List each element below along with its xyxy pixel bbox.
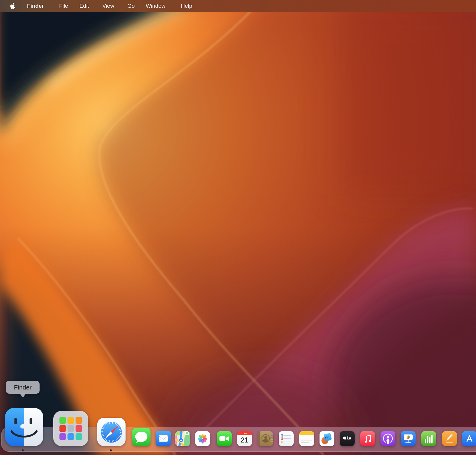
menu-item-finder[interactable]: Finder bbox=[27, 0, 44, 12]
tv-label: tv bbox=[347, 435, 351, 440]
dock-item-mail[interactable] bbox=[156, 431, 171, 446]
apple-tv-icon: tv bbox=[340, 431, 355, 446]
messages-icon bbox=[132, 428, 151, 446]
dock-item-launchpad[interactable] bbox=[53, 411, 88, 446]
maps-icon bbox=[175, 431, 190, 446]
photos-icon bbox=[195, 431, 210, 446]
finder-icon bbox=[5, 408, 43, 446]
dock-item-calendar[interactable]: JAN 21 bbox=[237, 431, 252, 446]
dock-tooltip-label: Finder bbox=[14, 384, 32, 391]
keynote-icon bbox=[401, 431, 416, 446]
dock-item-notes[interactable] bbox=[299, 431, 314, 446]
facetime-icon bbox=[217, 431, 232, 446]
dock-item-freeform[interactable] bbox=[320, 431, 334, 446]
numbers-icon bbox=[421, 431, 436, 446]
menu-item-go[interactable]: Go bbox=[127, 0, 135, 12]
dock-item-numbers[interactable] bbox=[421, 431, 436, 446]
launchpad-icon bbox=[53, 411, 88, 446]
tooltip-tail bbox=[20, 393, 26, 398]
music-icon bbox=[360, 431, 375, 446]
apple-menu[interactable] bbox=[10, 0, 15, 12]
menu-bar: Finder File Edit View Go Window Help bbox=[0, 0, 476, 12]
safari-icon bbox=[97, 418, 126, 446]
contacts-icon bbox=[258, 431, 273, 446]
calendar-day-label: 21 bbox=[241, 436, 249, 444]
pages-icon bbox=[442, 431, 457, 446]
calendar-icon: JAN 21 bbox=[237, 431, 252, 446]
running-indicator-safari bbox=[110, 449, 112, 451]
dock-item-podcasts[interactable] bbox=[381, 431, 395, 446]
dock-item-pages[interactable] bbox=[442, 431, 457, 446]
podcasts-icon bbox=[381, 431, 395, 446]
dock-tooltip: Finder bbox=[6, 381, 40, 394]
running-indicator-finder bbox=[22, 449, 24, 451]
notes-icon bbox=[299, 431, 314, 446]
dock-item-reminders[interactable] bbox=[279, 431, 294, 446]
menu-item-edit[interactable]: Edit bbox=[79, 0, 89, 12]
dock-item-maps[interactable] bbox=[175, 431, 190, 446]
dock-item-messages[interactable] bbox=[132, 428, 151, 446]
dock-item-safari[interactable] bbox=[97, 418, 126, 446]
dock-item-finder[interactable] bbox=[5, 408, 43, 446]
menu-item-file[interactable]: File bbox=[59, 0, 68, 12]
dock-item-app-store[interactable] bbox=[462, 431, 476, 446]
freeform-icon bbox=[320, 431, 334, 446]
app-store-icon bbox=[462, 431, 476, 446]
dock-item-contacts[interactable] bbox=[258, 431, 273, 446]
dock-item-music[interactable] bbox=[360, 431, 375, 446]
dock-item-facetime[interactable] bbox=[217, 431, 232, 446]
desktop: Finder File Edit View Go Window Help Fin… bbox=[0, 0, 476, 455]
mail-icon bbox=[156, 431, 171, 446]
desktop-wallpaper bbox=[0, 0, 476, 455]
dock-item-photos[interactable] bbox=[195, 431, 210, 446]
dock-item-tv[interactable]: tv bbox=[340, 431, 355, 446]
menu-item-help[interactable]: Help bbox=[181, 0, 192, 12]
menu-item-window[interactable]: Window bbox=[146, 0, 165, 12]
calendar-month-label: JAN bbox=[242, 432, 247, 434]
apple-icon bbox=[10, 3, 15, 9]
reminders-icon bbox=[279, 431, 294, 446]
menu-item-view[interactable]: View bbox=[102, 0, 114, 12]
dock-item-keynote[interactable] bbox=[401, 431, 416, 446]
